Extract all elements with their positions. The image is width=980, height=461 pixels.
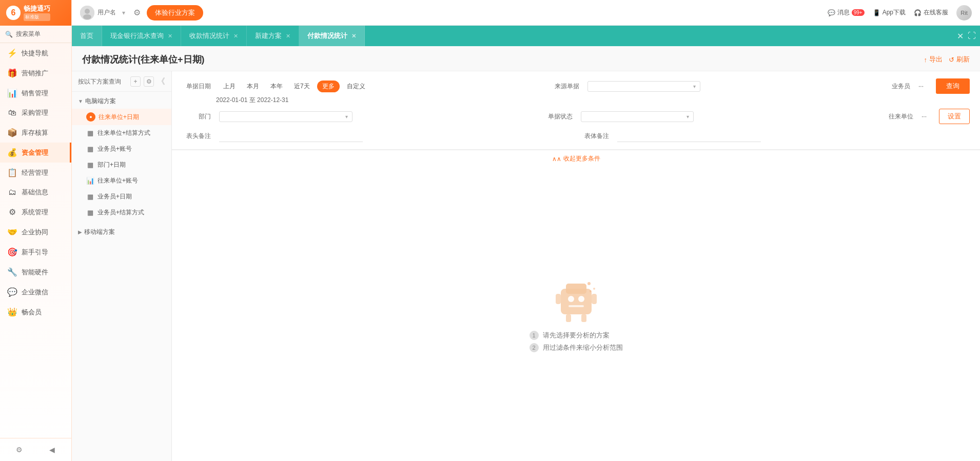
header-note-input[interactable]: [219, 132, 363, 139]
export-btn[interactable]: ↑ 导出: [924, 55, 943, 64]
scheme-settings-btn[interactable]: ⚙: [144, 76, 154, 87]
scheme-header: 按以下方案查询 + ⚙ 《: [72, 71, 171, 92]
voucher-status-select[interactable]: ▾: [581, 111, 694, 122]
trial-btn[interactable]: 体验行业方案: [147, 5, 203, 21]
scheme-item-salesperson-date[interactable]: ▦ 业务员+日期: [72, 189, 171, 205]
purchase-icon: 🛍: [7, 108, 17, 117]
guide-icon: 🎯: [7, 247, 17, 257]
wechat-icon: 💬: [7, 287, 17, 297]
dept-dropdown-icon: ▾: [345, 114, 348, 119]
sidebar-item-sales[interactable]: 📊 销售管理: [0, 83, 71, 103]
tab-payment-stats-close[interactable]: ✕: [351, 33, 356, 39]
tabs-actions: ✕ ⛶: [953, 31, 980, 41]
header-note-label: 表头备注: [182, 132, 211, 141]
date-btn-this-month[interactable]: 本月: [243, 81, 263, 92]
date-btn-last-month[interactable]: 上月: [219, 81, 240, 92]
date-btn-custom[interactable]: 自定义: [343, 81, 369, 92]
app-download-btn[interactable]: 📱 App下载: [873, 8, 906, 17]
date-btn-more[interactable]: 更多: [317, 81, 340, 92]
partner-label: 往来单位: [885, 112, 913, 121]
inventory-label: 库存核算: [22, 128, 48, 137]
messages-label: 消息: [837, 8, 850, 17]
collapse-bar[interactable]: ∧∧ 收起更多条件: [172, 150, 980, 167]
sidebar-item-smart-hw[interactable]: 🔧 智能硬件: [0, 262, 71, 282]
tab-bank-flow-close[interactable]: ✕: [168, 33, 172, 39]
messages-btn[interactable]: 💬 消息 99+: [828, 8, 865, 17]
filter-section: 单据日期 上月 本月 本年 近7天 更多 自定义 来源单据: [172, 71, 980, 150]
source-select[interactable]: ▾: [587, 81, 700, 92]
sidebar-item-vip[interactable]: 👑 畅会员: [0, 302, 71, 322]
body-note-input[interactable]: [617, 132, 761, 139]
basic-info-label: 基础信息: [22, 188, 48, 197]
scheme-item-salesperson-date-label: 业务员+日期: [97, 192, 132, 201]
sidebar-item-inventory[interactable]: 📦 库存核算: [0, 123, 71, 143]
empty-hints: 1 请先选择要分析的方案 2 用过滤条件来缩小分析范围: [530, 331, 623, 355]
partner-select[interactable]: ···: [922, 113, 927, 120]
dropdown-arrow-icon[interactable]: ▾: [122, 9, 125, 16]
date-btn-7days[interactable]: 近7天: [290, 81, 314, 92]
settings-btn[interactable]: 设置: [939, 109, 970, 124]
tab-receipt-stats-close[interactable]: ✕: [233, 33, 238, 39]
logo-badge: 标准版: [24, 13, 50, 21]
sidebar-bottom: ⚙ ◀: [0, 438, 71, 461]
online-service-btn[interactable]: 🎧 在线客服: [914, 8, 948, 17]
settings-bottom-btn[interactable]: ⚙: [5, 443, 34, 457]
sidebar-item-wechat[interactable]: 💬 企业微信: [0, 282, 71, 302]
sidebar-item-guide[interactable]: 🎯 新手引导: [0, 242, 71, 262]
scheme-item-partner-account[interactable]: 📊 往来单位+账号: [72, 173, 171, 189]
topbar-user-avatar[interactable]: Rit: [956, 5, 972, 21]
scheme-item-dept-date[interactable]: ▦ 部门+日期: [72, 157, 171, 173]
sidebar-item-sys-admin[interactable]: ⚙ 系统管理: [0, 202, 71, 222]
topbar-settings-icon[interactable]: ⚙: [133, 8, 141, 17]
sidebar-item-operation[interactable]: 📋 经营管理: [0, 163, 71, 183]
topbar: 用户名 ▾ ⚙ 体验行业方案 💬 消息 99+ 📱 App下载 🎧 在线客服 R…: [72, 0, 980, 26]
logo-icon: 6: [6, 6, 21, 20]
scheme-group-desktop-header[interactable]: ▼ 电脑端方案: [72, 94, 171, 109]
empty-icon-svg: [551, 273, 602, 325]
tab-bank-flow[interactable]: 现金银行流水查询 ✕: [102, 26, 181, 46]
sidebar-item-purchase[interactable]: 🛍 采购管理: [0, 103, 71, 123]
tab-new-scheme-close[interactable]: ✕: [286, 33, 290, 39]
enterprise-icon: 🤝: [7, 227, 17, 237]
scheme-item-salesperson-settlement[interactable]: ▦ 业务员+结算方式: [72, 205, 171, 221]
scheme-item-partner-account-label: 往来单位+账号: [97, 176, 138, 185]
scheme-group-mobile-header[interactable]: ▶ 移动端方案: [72, 225, 171, 239]
search-label: 搜索菜单: [16, 30, 41, 38]
salesperson-select[interactable]: ···: [918, 83, 924, 90]
query-btn[interactable]: 查询: [936, 78, 970, 94]
main-area: 用户名 ▾ ⚙ 体验行业方案 💬 消息 99+ 📱 App下载 🎧 在线客服 R…: [72, 0, 980, 461]
scheme-collapse-btn[interactable]: 《: [157, 76, 165, 87]
sidebar-item-enterprise[interactable]: 🤝 企业协同: [0, 222, 71, 242]
dept-select[interactable]: ▾: [219, 111, 352, 122]
refresh-btn[interactable]: ↺ 刷新: [949, 55, 970, 64]
add-scheme-btn[interactable]: +: [130, 76, 141, 87]
tab-home-label: 首页: [80, 31, 93, 41]
mobile-group-label: 移动端方案: [84, 228, 115, 236]
scheme-item-partner-date[interactable]: ● 往来单位+日期: [72, 109, 171, 125]
svg-point-5: [568, 296, 574, 302]
sidebar-item-marketing[interactable]: 🎁 营销推广: [0, 63, 71, 83]
search-menu[interactable]: 🔍 搜索菜单: [0, 26, 71, 43]
online-service-label: 在线客服: [924, 8, 948, 17]
scheme-item-partner-settlement[interactable]: ▦ 往来单位+结算方式: [72, 125, 171, 141]
scheme-item-salesperson-account[interactable]: ▦ 业务员+账号: [72, 141, 171, 157]
source-label: 来源单据: [551, 82, 579, 91]
maximize-btn[interactable]: ⛶: [968, 31, 976, 41]
empty-hint-2: 用过滤条件来缩小分析范围: [543, 343, 623, 352]
filter-row-3: 表头备注 表体备注: [182, 130, 970, 142]
close-tab-btn[interactable]: ✕: [957, 31, 964, 41]
sidebar-item-basic-info[interactable]: 🗂 基础信息: [0, 183, 71, 202]
sidebar-item-finance[interactable]: 💰 资金管理: [0, 143, 71, 163]
collapse-sidebar-btn[interactable]: ◀: [38, 443, 67, 457]
scheme-item-partner-settlement-label: 往来单位+结算方式: [97, 129, 150, 137]
date-btn-this-year[interactable]: 本年: [266, 81, 287, 92]
tab-payment-stats[interactable]: 付款情况统计 ✕: [299, 26, 365, 46]
tab-new-scheme[interactable]: 新建方案 ✕: [247, 26, 299, 46]
nav-menu: ⚡ 快捷导航 🎁 营销推广 📊 销售管理 🛍 采购管理 📦 库存核算 💰 资金管…: [0, 43, 71, 438]
tab-home[interactable]: 首页: [72, 26, 102, 46]
svg-rect-8: [556, 294, 561, 304]
tab-receipt-stats[interactable]: 收款情况统计 ✕: [181, 26, 247, 46]
user-name-text: 用户名: [97, 8, 116, 17]
scheme-title-text: 按以下方案查询: [78, 77, 121, 86]
sidebar-item-quick-nav[interactable]: ⚡ 快捷导航: [0, 43, 71, 63]
